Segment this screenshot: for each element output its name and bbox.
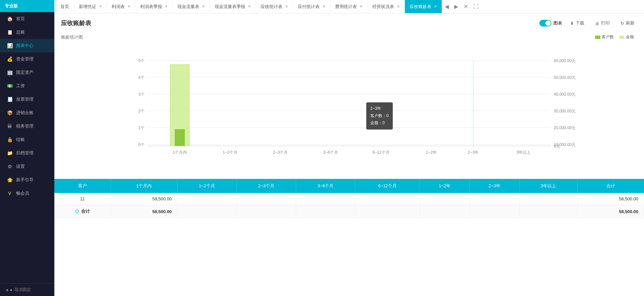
sidebar-item-salary[interactable]: 💵 工资 — [0, 79, 54, 93]
tab-close-icon[interactable]: ✕ — [322, 4, 325, 9]
app-logo: 专业版 — [0, 0, 54, 12]
sidebar-item-label: 进销台账 — [16, 110, 34, 116]
col-y3: 3年以上 — [519, 179, 577, 193]
tab-close-all-button[interactable]: ✕ — [461, 0, 471, 13]
cell-y12 — [420, 193, 469, 205]
svg-text:6~12个月: 6~12个月 — [372, 150, 389, 155]
legend-customer: 客户数 — [595, 34, 614, 40]
tab-profit[interactable]: 利润表 ✕ — [107, 0, 136, 13]
tab-biz-status[interactable]: 经营状况表 ✕ — [368, 0, 405, 13]
cell-m23 — [236, 193, 296, 205]
salary-icon: 💵 — [7, 83, 13, 89]
tab-close-icon[interactable]: ✕ — [434, 4, 437, 9]
cell-total-y12 — [420, 205, 469, 218]
sidebar-item-member[interactable]: V 畅会员 — [0, 187, 54, 200]
sidebar-item-label: 资金管理 — [16, 56, 34, 62]
cell-m1: 58,500.00 — [111, 193, 177, 205]
svg-text:20,000.00元: 20,000.00元 — [554, 126, 576, 130]
print-icon: 🖨 — [595, 21, 599, 26]
tab-cashflow-quarter[interactable]: 现金流量表季报 ✕ — [210, 0, 256, 13]
cell-total-y23 — [470, 205, 519, 218]
col-customer: 客户 — [54, 179, 111, 193]
cell-total-m612 — [355, 205, 420, 218]
col-m1: 1个月内 — [111, 179, 177, 193]
tab-next-button[interactable]: ▶ — [451, 0, 461, 13]
tab-close-icon[interactable]: ✕ — [165, 4, 168, 9]
sidebar-item-close[interactable]: 🔒 结账 — [0, 133, 54, 146]
cell-total-m1: 58,500.00 — [111, 205, 177, 218]
svg-text:2~3个月: 2~3个月 — [273, 150, 288, 155]
tab-expand-button[interactable]: ⛶ — [471, 0, 481, 13]
guide-icon: 🌟 — [7, 177, 13, 183]
tab-ap-stats[interactable]: 应付统计表 ✕ — [293, 0, 330, 13]
sidebar-item-invoice[interactable]: 🧾 发票管理 — [0, 93, 54, 106]
svg-text:1个: 1个 — [138, 126, 145, 130]
chart-toggle-wrap: 图表 — [539, 20, 562, 27]
svg-text:4个: 4个 — [138, 75, 145, 80]
cell-total-m12 — [177, 205, 236, 218]
table-row: 11 58,500.00 58,500.00 — [54, 193, 644, 205]
stock-icon: 📦 — [7, 110, 13, 115]
sidebar-item-tax[interactable]: 🏛 税务管理 — [0, 119, 54, 133]
cell-total-label: ⬡ 合计 — [54, 205, 111, 218]
svg-text:5个: 5个 — [138, 58, 145, 63]
download-button[interactable]: ⬇ 下载 — [568, 19, 587, 28]
tab-close-icon[interactable]: ✕ — [202, 4, 205, 9]
sidebar-item-report[interactable]: 📊 报表中心 — [0, 39, 54, 52]
print-button[interactable]: 🖨 打印 — [592, 19, 612, 28]
col-m36: 3~6个月 — [296, 179, 355, 193]
tab-prev-button[interactable]: ◀ — [442, 0, 451, 13]
legend-amount-color — [619, 36, 625, 39]
sidebar-item-label: 报表中心 — [16, 43, 34, 49]
page-title: 应收账龄表 — [61, 19, 91, 27]
sidebar-item-fund[interactable]: 💰 资金管理 — [0, 52, 54, 66]
svg-text:3个: 3个 — [138, 92, 145, 97]
legend-amount: 金额 — [619, 34, 634, 40]
tab-ar-stats[interactable]: 应收统计表 ✕ — [256, 0, 293, 13]
sidebar-item-home[interactable]: 🏠 首页 — [0, 12, 54, 26]
tab-bar: 首页 新增凭证 ✕ 利润表 ✕ 利润表季报 ✕ 现金流量表 ✕ 现金流量表季报 … — [54, 0, 644, 13]
sidebar-item-settings[interactable]: ⚙ 设置 — [0, 160, 54, 173]
tab-profit-quarter[interactable]: 利润表季报 ✕ — [136, 0, 173, 13]
archive-icon: 📁 — [7, 150, 13, 156]
legend-customer-color — [595, 36, 600, 39]
unpin-icon: ◄◄ — [5, 288, 13, 292]
tab-expense-stats[interactable]: 费用统计表 ✕ — [330, 0, 368, 13]
tab-close-icon[interactable]: ✕ — [99, 4, 102, 9]
tax-icon: 🏛 — [7, 124, 13, 129]
sidebar-item-guide[interactable]: 🌟 新手引导 — [0, 173, 54, 187]
svg-text:0元: 0元 — [554, 144, 560, 149]
tab-close-icon[interactable]: ✕ — [397, 4, 400, 9]
main-area: 首页 新增凭证 ✕ 利润表 ✕ 利润表季报 ✕ 现金流量表 ✕ 现金流量表季报 … — [54, 0, 644, 296]
svg-text:50,000.00元: 50,000.00元 — [554, 75, 576, 80]
refresh-icon: ↻ — [621, 21, 624, 26]
sidebar-item-stock[interactable]: 📦 进销台账 — [0, 106, 54, 119]
chart-toggle[interactable] — [539, 20, 551, 27]
cell-total: 58,500.00 — [577, 193, 644, 205]
tab-close-icon[interactable]: ✕ — [285, 4, 288, 9]
sidebar-item-label: 固定资产 — [16, 69, 34, 76]
chart-legend: 客户数 金额 — [595, 34, 634, 40]
asset-icon: 🏢 — [7, 70, 13, 75]
col-y23: 2~3年 — [470, 179, 519, 193]
sidebar-item-asset[interactable]: 🏢 固定资产 — [0, 66, 54, 79]
sidebar-item-archive[interactable]: 📁 归档管理 — [0, 146, 54, 160]
refresh-button[interactable]: ↻ 刷新 — [618, 19, 637, 28]
col-m612: 6~12个月 — [355, 179, 420, 193]
header-actions: 图表 ⬇ 下载 🖨 打印 ↻ 刷新 — [539, 19, 637, 28]
tab-close-icon[interactable]: ✕ — [127, 4, 130, 9]
tab-new-voucher[interactable]: 新增凭证 ✕ — [74, 0, 107, 13]
total-row: ⬡ 合计 58,500.00 58,500.00 — [54, 205, 644, 218]
report-icon: 📊 — [7, 43, 13, 48]
sidebar-item-ledger[interactable]: 📋 总账 — [0, 26, 54, 39]
tab-close-icon[interactable]: ✕ — [360, 4, 363, 9]
chart-toggle-label: 图表 — [553, 20, 562, 26]
invoice-icon: 🧾 — [7, 97, 13, 102]
tab-ar-age[interactable]: 应收账龄表 ✕ — [405, 0, 442, 13]
tab-home[interactable]: 首页 — [56, 0, 74, 13]
tab-close-icon[interactable]: ✕ — [248, 4, 251, 9]
svg-text:0个: 0个 — [138, 142, 145, 147]
unpin-button[interactable]: ◄◄ 取消固定 — [0, 283, 54, 296]
cell-m612 — [355, 193, 420, 205]
tab-cashflow[interactable]: 现金流量表 ✕ — [173, 0, 210, 13]
